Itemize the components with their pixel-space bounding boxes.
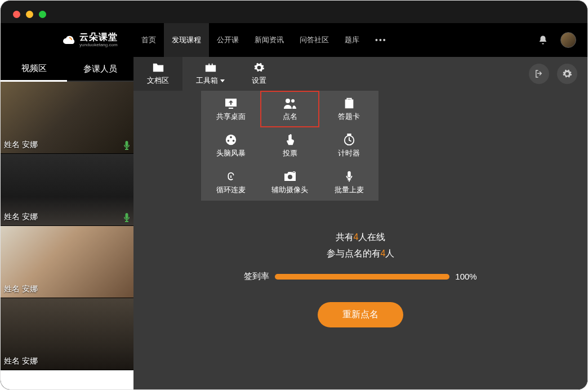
tab-participants[interactable]: 参课人员 [67, 57, 133, 81]
participant-name: 姓名 安娜 [4, 212, 38, 222]
tool-aux-camera[interactable]: 辅助摄像头 [260, 164, 319, 201]
user-avatar[interactable] [560, 32, 576, 48]
toolbox-dropdown: 共享桌面 点名 答题卡 头脑风暴 投票 [201, 91, 378, 201]
cloud-logo-icon [63, 33, 76, 47]
clock-icon [342, 134, 356, 146]
svg-point-0 [286, 99, 290, 103]
tool-roll-label: 点名 [283, 112, 297, 122]
nav-news[interactable]: 新闻资讯 [247, 23, 292, 57]
progress-row: 签到率 100% [244, 271, 476, 282]
exit-button[interactable] [529, 64, 549, 84]
svg-point-1 [291, 99, 295, 103]
retry-roll-button[interactable]: 重新点名 [318, 302, 403, 327]
logo-subtext: yunduoketang.com [79, 43, 118, 47]
svg-point-7 [288, 175, 292, 179]
rate-value: 100% [455, 272, 476, 281]
nav-public[interactable]: 公开课 [209, 23, 247, 57]
clipboard-icon [342, 97, 356, 109]
app-window: 云朵课堂 yunduoketang.com 首页 发现课程 公开课 新闻资讯 问… [0, 0, 588, 390]
window-controls [13, 11, 46, 18]
video-placeholder [1, 370, 133, 389]
video-list: 姓名 安娜 姓名 安娜 姓名 安娜 姓名 安娜 [1, 82, 133, 389]
tool-loopmic-label: 循环连麦 [216, 185, 246, 195]
camera-plus-icon [283, 170, 297, 183]
online-count-line: 共有4人在线 [336, 232, 386, 243]
screen-share-icon [224, 97, 238, 109]
people-icon [283, 97, 297, 109]
video-tile[interactable]: 姓名 安娜 [1, 226, 133, 298]
main-nav: 首页 发现课程 公开课 新闻资讯 问答社区 题库 ••• [133, 23, 395, 57]
tab-documents[interactable]: 文档区 [133, 57, 182, 91]
tool-loop-mic[interactable]: 循环连麦 [201, 164, 260, 201]
left-sidebar: 视频区 参课人员 姓名 安娜 姓名 安娜 姓名 安娜 [1, 57, 133, 389]
settings-button[interactable] [557, 64, 577, 84]
tab-settings[interactable]: 设置 [238, 57, 280, 91]
brand-logo[interactable]: 云朵课堂 yunduoketang.com [63, 33, 118, 47]
gear-icon [253, 62, 265, 73]
logo-text: 云朵课堂 [79, 33, 118, 42]
gear-icon [562, 69, 572, 79]
briefcase-icon [204, 62, 217, 73]
folder-icon [152, 62, 164, 73]
svg-point-2 [225, 134, 235, 144]
roll-count-line: 参与点名的有4人 [327, 248, 395, 260]
film-reel-icon [224, 134, 238, 146]
tool-vote[interactable]: 投票 [260, 127, 319, 164]
svg-point-4 [227, 140, 229, 142]
nav-home[interactable]: 首页 [133, 23, 164, 57]
panel-toolbar: 文档区 工具箱 设置 [133, 57, 587, 91]
svg-point-3 [230, 136, 232, 138]
tool-answer-label: 答题卡 [338, 112, 360, 122]
tool-vote-label: 投票 [283, 148, 297, 158]
video-tile[interactable]: 姓名 安娜 [1, 154, 133, 226]
progress-bar [275, 274, 449, 280]
mic-on-icon [123, 213, 130, 222]
tab-toolbox-label: 工具箱 [196, 76, 225, 86]
rate-label: 签到率 [244, 271, 269, 282]
mic-on-icon [123, 141, 130, 150]
nav-qa[interactable]: 问答社区 [292, 23, 337, 57]
participant-name: 姓名 安娜 [4, 140, 38, 150]
video-tile-empty [1, 370, 133, 389]
tool-roll-call[interactable]: 点名 [260, 91, 319, 127]
tool-share-desktop[interactable]: 共享桌面 [201, 91, 260, 127]
participant-name: 姓名 安娜 [4, 356, 38, 366]
bell-icon[interactable] [538, 35, 548, 45]
toolbar-right [529, 57, 587, 91]
close-window-icon[interactable] [13, 11, 20, 18]
video-tile[interactable]: 姓名 安娜 [1, 82, 133, 154]
nav-discover[interactable]: 发现课程 [164, 23, 209, 57]
video-tile[interactable]: 姓名 安娜 [1, 298, 133, 370]
maximize-window-icon[interactable] [39, 11, 46, 18]
tool-brainstorm[interactable]: 头脑风暴 [201, 127, 260, 164]
tab-documents-label: 文档区 [147, 76, 169, 86]
sidebar-tabs: 视频区 参课人员 [1, 57, 133, 82]
nav-more[interactable]: ••• [367, 36, 395, 45]
tool-answer-card[interactable]: 答题卡 [319, 91, 378, 127]
tool-batch-mic[interactable]: 批量上麦 [319, 164, 378, 201]
minimize-window-icon[interactable] [26, 11, 33, 18]
tool-brain-label: 头脑风暴 [216, 148, 246, 158]
mic-upload-icon [342, 170, 356, 183]
participant-name: 姓名 安娜 [4, 284, 38, 294]
tab-video[interactable]: 视频区 [1, 57, 67, 82]
svg-point-5 [232, 140, 234, 142]
tool-timer-label: 计时器 [338, 148, 360, 158]
nav-bank[interactable]: 题库 [337, 23, 367, 57]
tool-batchmic-label: 批量上麦 [335, 185, 364, 195]
chevron-down-icon [220, 79, 225, 82]
top-navigation: 云朵课堂 yunduoketang.com 首页 发现课程 公开课 新闻资讯 问… [1, 23, 587, 57]
loop-mic-icon [224, 170, 238, 183]
touch-icon [283, 134, 297, 146]
main-panel: 文档区 工具箱 设置 [133, 57, 587, 389]
main-body: 视频区 参课人员 姓名 安娜 姓名 安娜 姓名 安娜 [1, 57, 587, 389]
tool-share-label: 共享桌面 [216, 112, 246, 122]
exit-icon [534, 69, 544, 79]
tool-timer[interactable]: 计时器 [319, 127, 378, 164]
topbar-right [538, 32, 576, 48]
tab-settings-label: 设置 [252, 76, 266, 86]
tool-auxcam-label: 辅助摄像头 [271, 185, 308, 195]
tab-toolbox[interactable]: 工具箱 [182, 57, 238, 91]
